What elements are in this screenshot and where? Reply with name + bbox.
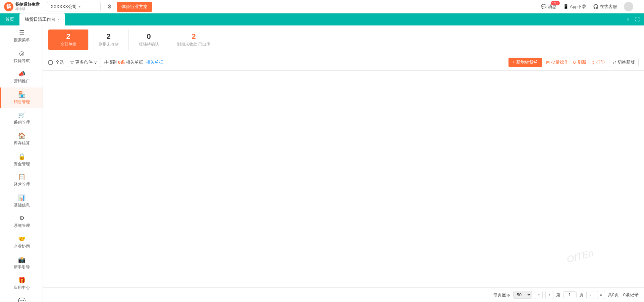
- sidebar-label-cooperation: 企业协同: [14, 244, 30, 249]
- switch-version-button[interactable]: ⇄ 切换新版: [609, 58, 639, 67]
- filter-label: 更多条件: [75, 59, 93, 65]
- guide-icon: 📸: [18, 256, 25, 263]
- wechat-icon: 💬: [18, 297, 25, 302]
- finance-icon: 🔒: [18, 153, 25, 160]
- batch-icon: ⊞: [546, 60, 550, 65]
- phone-icon: 📱: [563, 4, 569, 9]
- notification-area[interactable]: 💬 消息 99+: [541, 4, 556, 10]
- sidebar-item-finance[interactable]: 🔒 资金管理: [0, 149, 43, 170]
- sidebar-label-app-center: 应用中心: [14, 285, 30, 291]
- refresh-button[interactable]: ↻ 刷新: [573, 59, 586, 65]
- stat-number-out-stock: 2: [192, 32, 196, 41]
- avatar[interactable]: [624, 2, 633, 11]
- trial-button[interactable]: 体验行业方案: [117, 2, 152, 12]
- stat-label-out-stock: 到期未收款 已出库: [177, 42, 210, 47]
- sidebar-item-system[interactable]: ⚙ 系统管理: [0, 211, 43, 232]
- sidebar-label-finance: 资金管理: [14, 162, 30, 167]
- active-tab[interactable]: 钱货日清工作台 ×: [19, 13, 65, 25]
- sidebar-label-sales: 销售管理: [14, 100, 30, 105]
- cooperation-icon: 🤝: [18, 235, 25, 243]
- add-sale-order-button[interactable]: + 新增销货单: [508, 58, 542, 67]
- sidebar-item-marketing[interactable]: 📣 营销推广: [0, 67, 43, 87]
- last-page-button[interactable]: »: [597, 291, 605, 299]
- stat-card-all[interactable]: 2 全部单据: [48, 29, 89, 50]
- sidebar-item-quick-nav[interactable]: ◎ 快捷导航: [0, 46, 43, 67]
- app-download-label: App下载: [570, 4, 586, 10]
- related-link[interactable]: 相关单据: [146, 59, 163, 65]
- logo-sub: 标准版: [15, 7, 40, 11]
- batch-label: 批量操作: [551, 59, 569, 65]
- print-label: 打印: [596, 59, 605, 65]
- tab-close-icon[interactable]: ×: [57, 17, 60, 22]
- basic-info-icon: 📊: [18, 194, 25, 201]
- sidebar-item-cooperation[interactable]: 🤝 企业协同: [0, 232, 43, 253]
- sidebar-item-wechat[interactable]: 💬 企业微信: [0, 294, 43, 302]
- found-suffix: 相关单据: [126, 60, 143, 65]
- sidebar-label-marketing: 营销推广: [14, 79, 30, 84]
- sidebar: ☰ 搜索菜单 ◎ 快捷导航 📣 营销推广 🏪 销售管理 🛒 采购管理 🏠 库存核…: [0, 25, 43, 302]
- system-icon: ⚙: [19, 215, 24, 222]
- marketing-icon: 📣: [18, 70, 25, 77]
- header-right: 💬 消息 99+ 📱 App下载 🎧 在线客服: [541, 2, 640, 11]
- chevron-down-icon: ▾: [79, 5, 80, 8]
- sidebar-item-sales[interactable]: 🏪 销售管理: [0, 87, 43, 108]
- sidebar-label-basic-info: 基础信息: [14, 203, 30, 208]
- sidebar-item-inventory[interactable]: 🏠 库存核算: [0, 129, 43, 149]
- online-service-link[interactable]: 🎧 在线客服: [593, 4, 617, 10]
- prev-page-button[interactable]: ‹: [545, 291, 553, 299]
- select-all-label: 全选: [55, 59, 64, 65]
- next-page-button[interactable]: ›: [586, 291, 594, 299]
- online-service-label: 在线客服: [600, 4, 617, 10]
- filter-button[interactable]: ▽ 更多条件 ∨: [67, 58, 101, 67]
- quick-nav-icon: ◎: [19, 50, 24, 57]
- company-selector[interactable]: XXXXXX公司 ▾: [47, 2, 101, 11]
- sidebar-item-guide[interactable]: 📸 新手引导: [0, 253, 43, 274]
- logo-area: 畅 畅捷通好生意 标准版: [4, 2, 47, 11]
- app-center-icon: 🎁: [18, 277, 25, 284]
- home-tab[interactable]: 首页: [0, 13, 19, 25]
- batch-operation-button[interactable]: ⊞ 批量操作: [546, 59, 569, 65]
- purchase-icon: 🛒: [18, 111, 25, 119]
- home-tab-label: 首页: [5, 16, 14, 22]
- stats-bar: 2 全部单据 2 到期未收款 0 旺辅待确认 2 到期未收款 已出库: [43, 25, 644, 54]
- sidebar-label-system: 系统管理: [14, 223, 30, 229]
- first-page-button[interactable]: «: [535, 291, 543, 299]
- page-suffix: 页: [579, 292, 584, 298]
- stat-card-pending[interactable]: 0 旺辅待确认: [129, 29, 169, 50]
- sidebar-item-operation[interactable]: 📋 经营管理: [0, 170, 43, 191]
- logo-icon: 畅: [4, 2, 13, 11]
- nav-right-buttons: × ⛶: [624, 15, 644, 23]
- content-area: 2 全部单据 2 到期未收款 0 旺辅待确认 2 到期未收款 已出库 全选 ▽ …: [43, 25, 644, 302]
- toolbar-right: + 新增销货单 ⊞ 批量操作 ↻ 刷新 🖨 打印 ⇄ 切换新版: [508, 58, 639, 67]
- logo-title: 畅捷通好生意: [15, 2, 40, 7]
- settings-button[interactable]: ⚙: [105, 2, 114, 11]
- nav-tabs: 首页 钱货日清工作台 × × ⛶: [0, 13, 644, 25]
- stat-label-all: 全部单据: [60, 42, 76, 47]
- sidebar-label-search-menu: 搜索菜单: [14, 38, 30, 43]
- stat-card-overdue[interactable]: 2 到期未收款: [89, 29, 129, 50]
- sidebar-item-basic-info[interactable]: 📊 基础信息: [0, 191, 43, 212]
- sidebar-item-search-menu[interactable]: ☰ 搜索菜单: [0, 25, 43, 46]
- page-total: 共0页，0条记录: [608, 292, 639, 298]
- refresh-icon: ↻: [573, 60, 576, 65]
- app-download-link[interactable]: 📱 App下载: [563, 4, 586, 10]
- sidebar-item-app-center[interactable]: 🎁 应用中心: [0, 273, 43, 294]
- main-layout: ☰ 搜索菜单 ◎ 快捷导航 📣 营销推广 🏪 销售管理 🛒 采购管理 🏠 库存核…: [0, 25, 644, 302]
- per-page-select[interactable]: 50 100 200: [513, 291, 532, 299]
- stat-card-out-stock[interactable]: 2 到期未收款 已出库: [169, 29, 218, 50]
- sidebar-item-purchase[interactable]: 🛒 采购管理: [0, 108, 43, 129]
- minimize-window-button[interactable]: ×: [624, 15, 632, 23]
- company-name: XXXXXX公司: [51, 4, 77, 10]
- select-all-checkbox[interactable]: [48, 60, 53, 65]
- stat-number-pending: 0: [147, 32, 151, 41]
- stat-number-all: 2: [66, 32, 70, 41]
- top-header: 畅 畅捷通好生意 标准版 XXXXXX公司 ▾ ⚙ 体验行业方案 💬 消息 99…: [0, 0, 644, 13]
- print-button[interactable]: 🖨 打印: [590, 59, 605, 65]
- switch-icon: ⇄: [612, 60, 616, 65]
- page-number-input[interactable]: 1: [563, 291, 577, 298]
- empty-state: [43, 71, 644, 287]
- pagination-bar: 每页显示 50 100 200 « ‹ 第 1 页 › » 共0页，0条记录: [43, 287, 644, 302]
- filter-chevron-icon: ∨: [94, 60, 97, 65]
- expand-window-button[interactable]: ⛶: [633, 15, 641, 23]
- sidebar-label-inventory: 库存核算: [14, 141, 30, 146]
